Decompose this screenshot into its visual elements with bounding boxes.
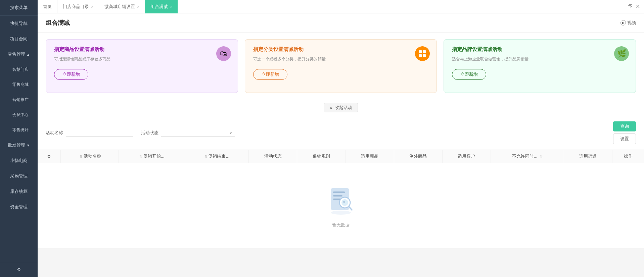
window-restore-icon[interactable]: 🗗 xyxy=(628,3,633,10)
filter-area: 活动名称 活动状态 ∨ 查询 设置 xyxy=(38,116,644,150)
main-area: 首页 门店商品目录 × 微商城店铺设置 × 组合满减 × 🗗 ✕ 组合满减 ▶ … xyxy=(38,0,644,277)
sidebar-item-marketing[interactable]: 营销推广 xyxy=(0,92,38,107)
activity-name-input[interactable] xyxy=(66,129,133,137)
sidebar-item-label: 营销推广 xyxy=(12,97,29,103)
empty-state: 暂无数据 xyxy=(38,163,644,248)
empty-state-icon xyxy=(324,183,358,217)
sidebar-item-purchase-mgmt[interactable]: 采购管理 xyxy=(0,168,38,184)
page-content: 组合满减 ▶ 视频 指定商品设置满减活动 🛍 可指定滞销商品或库存较多商品 立即… xyxy=(38,13,644,277)
table-col-promo-start[interactable]: ⇅ 促销开始... xyxy=(119,150,184,163)
brand-card-add-button[interactable]: 立即新增 xyxy=(452,69,486,80)
category-promo-card: 指定分类设置满减活动 可选一个或者多个分类，提升分类的销量 立即新增 xyxy=(245,39,437,93)
product-card-icon: 🛍 xyxy=(216,46,231,61)
activity-status-label: 活动状态 xyxy=(141,130,158,136)
sidebar-item-label: 小畅电商 xyxy=(10,158,28,164)
tab-mini-store-label: 微商城店铺设置 xyxy=(104,4,135,10)
activity-status-select[interactable] xyxy=(161,129,235,137)
table-area: ⚙ ⇅ 活动名称 ⇅ 促销开始... ⇅ 促销结束... xyxy=(38,150,644,248)
sidebar-item-finance-mgmt[interactable]: 资金管理 xyxy=(0,199,38,215)
tab-bar: 首页 门店商品目录 × 微商城店铺设置 × 组合满减 × 🗗 ✕ xyxy=(38,0,644,13)
tab-combo-discount-close[interactable]: × xyxy=(170,4,172,9)
brand-promo-card: 指定品牌设置满减活动 🌿 适合与上游企业联合做营销，提升品牌销量 立即新增 xyxy=(444,39,636,93)
gear-icon: ⚙ xyxy=(17,267,21,272)
data-table: ⚙ ⇅ 活动名称 ⇅ 促销开始... ⇅ 促销结束... xyxy=(38,150,644,163)
sidebar-item-label: 智慧门店 xyxy=(12,67,29,72)
table-col-not-allow-concurrent[interactable]: 不允许同时... ⇅ xyxy=(491,150,564,163)
sidebar-item-member-center[interactable]: 会员中心 xyxy=(0,107,38,122)
tab-home-label: 首页 xyxy=(43,4,52,10)
tab-store-catalog-close[interactable]: × xyxy=(91,4,93,9)
tab-home[interactable]: 首页 xyxy=(38,0,57,13)
svg-rect-7 xyxy=(333,195,342,197)
sidebar-item-label: 零售统计 xyxy=(12,127,29,133)
settings-gear-icon: ⚙ xyxy=(47,154,51,159)
sort-icon-promo-end: ⇅ xyxy=(204,155,207,158)
query-button[interactable]: 查询 xyxy=(613,121,636,131)
set-button[interactable]: 设置 xyxy=(613,133,636,144)
sidebar-item-stock-check[interactable]: 库存核算 xyxy=(0,184,38,199)
svg-point-12 xyxy=(343,201,345,203)
window-close-icon[interactable]: ✕ xyxy=(636,3,640,10)
tab-combo-discount-label: 组合满减 xyxy=(150,4,168,10)
sort-icon-activity-name: ⇅ xyxy=(80,155,82,158)
sidebar-item-label: 快捷导航 xyxy=(10,20,28,26)
table-col-promo-end[interactable]: ⇅ 促销结束... xyxy=(184,150,249,163)
sidebar-item-xiaochang-ecom[interactable]: 小畅电商 xyxy=(0,153,38,168)
window-controls: 🗗 ✕ xyxy=(624,3,644,10)
sidebar-settings[interactable]: ⚙ xyxy=(0,262,38,277)
filter-activity-status: 活动状态 ∨ xyxy=(141,129,235,137)
tab-store-catalog[interactable]: 门店商品目录 × xyxy=(57,0,99,13)
sort-icon-promo-start: ⇅ xyxy=(139,155,142,158)
search-label: 搜索菜单 xyxy=(10,5,28,10)
tab-mini-store-settings[interactable]: 微商城店铺设置 × xyxy=(99,0,145,13)
product-promo-card: 指定商品设置满减活动 🛍 可指定滞销商品或库存较多商品 立即新增 xyxy=(46,39,238,93)
page-title: 组合满减 xyxy=(46,19,70,27)
collapse-label: 收起活动 xyxy=(335,105,352,111)
collapse-activity-button[interactable]: ∧ 收起活动 xyxy=(324,103,358,112)
svg-rect-2 xyxy=(419,54,422,57)
brand-card-title: 指定品牌设置满减活动 xyxy=(452,46,628,53)
table-col-settings[interactable]: ⚙ xyxy=(38,150,60,163)
table-col-applicable-goods: 适用商品 xyxy=(346,150,394,163)
sidebar-item-label: 会员中心 xyxy=(12,112,29,118)
chevron-down-icon: ▼ xyxy=(27,144,30,147)
table-col-activity-name[interactable]: ⇅ 活动名称 xyxy=(60,150,119,163)
chevron-up-icon: ▲ xyxy=(27,53,30,56)
tab-mini-store-close[interactable]: × xyxy=(137,4,139,9)
sidebar-item-label: 采购管理 xyxy=(10,173,28,179)
empty-text: 暂无数据 xyxy=(332,222,350,228)
tab-combo-discount[interactable]: 组合满减 × xyxy=(145,0,178,13)
brand-card-desc: 适合与上游企业联合做营销，提升品牌销量 xyxy=(452,56,628,62)
table-col-promo-rule: 促销规则 xyxy=(297,150,346,163)
cards-area: 指定商品设置满减活动 🛍 可指定滞销商品或库存较多商品 立即新增 指定分类设置满… xyxy=(38,33,644,100)
sidebar-item-retail-stats[interactable]: 零售统计 xyxy=(0,122,38,137)
activity-name-label: 活动名称 xyxy=(46,130,63,136)
table-col-applicable-channel: 适用渠道 xyxy=(564,150,612,163)
collapse-bar: ∧ 收起活动 xyxy=(38,100,644,116)
svg-rect-6 xyxy=(333,191,345,193)
table-col-operation: 操作 xyxy=(612,150,644,163)
sort-icon-concurrent: ⇅ xyxy=(540,155,543,158)
category-card-desc: 可选一个或者多个分类，提升分类的销量 xyxy=(253,56,429,62)
table-header-row: ⚙ ⇅ 活动名称 ⇅ 促销开始... ⇅ 促销结束... xyxy=(38,150,644,163)
svg-rect-1 xyxy=(423,50,426,53)
category-card-add-button[interactable]: 立即新增 xyxy=(253,69,287,80)
svg-rect-0 xyxy=(419,50,422,53)
product-card-add-button[interactable]: 立即新增 xyxy=(54,69,88,80)
product-card-desc: 可指定滞销商品或库存较多商品 xyxy=(54,56,230,62)
table-col-activity-status: 活动状态 xyxy=(249,150,297,163)
video-link[interactable]: ▶ 视频 xyxy=(620,20,636,26)
sidebar-item-retail-mall[interactable]: 零售商城 xyxy=(0,77,38,92)
sidebar-search[interactable]: 搜索菜单 xyxy=(0,0,38,16)
table-col-exception-goods: 例外商品 xyxy=(394,150,442,163)
sidebar-item-quick-nav[interactable]: 快捷导航 xyxy=(0,16,38,31)
sidebar-item-project-contract[interactable]: 项目合同 xyxy=(0,31,38,47)
svg-point-4 xyxy=(331,211,351,215)
sidebar-item-retail-mgmt[interactable]: 零售管理 ▲ xyxy=(0,47,38,62)
sidebar-item-wholesale-mgmt[interactable]: 批发管理 ▼ xyxy=(0,137,38,153)
svg-rect-3 xyxy=(423,54,426,57)
product-card-title: 指定商品设置满减活动 xyxy=(54,46,230,53)
sidebar-item-smart-store[interactable]: 智慧门店 xyxy=(0,62,38,77)
brand-card-icon: 🌿 xyxy=(614,46,629,61)
sidebar-item-label: 库存核算 xyxy=(10,188,28,195)
